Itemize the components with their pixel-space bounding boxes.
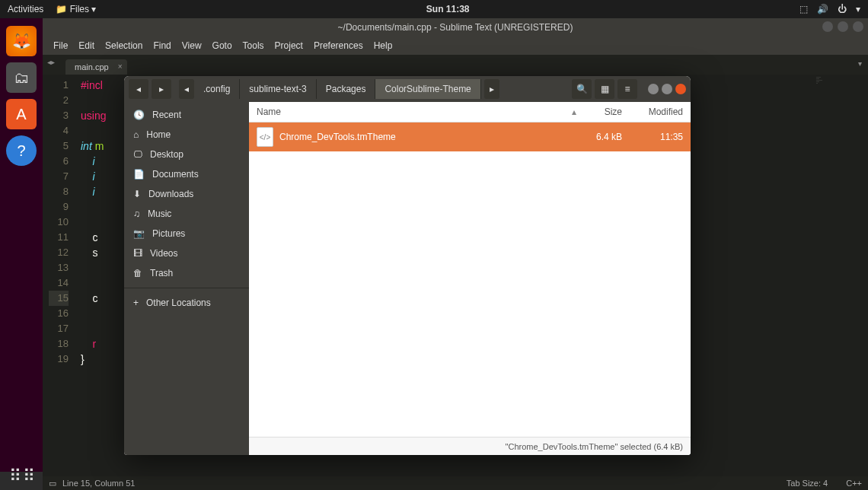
- minimize-icon[interactable]: [822, 21, 833, 32]
- view-menu-icon[interactable]: ≡: [617, 79, 637, 99]
- maximize-icon[interactable]: [838, 21, 848, 32]
- place-videos[interactable]: 🎞Videos: [124, 243, 249, 263]
- menu-find[interactable]: Find: [148, 39, 175, 52]
- dock: 🦊 🗂 A ? ◆: [0, 18, 43, 472]
- file-row[interactable]: </> Chrome_DevTools.tmTheme 6.4 kB 11:35: [249, 123, 691, 151]
- dialog-status-bar: "Chrome_DevTools.tmTheme" selected (6.4 …: [249, 437, 691, 455]
- tab-menu-icon[interactable]: ▾: [858, 59, 862, 68]
- pictures-icon: 📷: [133, 228, 145, 239]
- status-position: Line 15, Column 51: [62, 479, 135, 488]
- minimap[interactable]: ▬▬▬▬▬▬▬▬▬▬▬▬: [815, 75, 868, 151]
- menu-selection[interactable]: Selection: [101, 39, 147, 52]
- window-title[interactable]: ~/Documents/main.cpp - Sublime Text (UNR…: [43, 18, 868, 37]
- gnome-top-bar: Activities 📁 Files ▾ Sun 11:38 ⬚ 🔊 ⏻ ▾: [0, 0, 868, 18]
- file-open-dialog: ◂ ▸ ◂ .config sublime-text-3 Packages Co…: [124, 76, 691, 455]
- menu-help[interactable]: Help: [369, 39, 397, 52]
- view-grid-icon[interactable]: ▦: [595, 79, 614, 99]
- path-root-icon[interactable]: ◂: [179, 79, 194, 99]
- menu-project[interactable]: Project: [270, 39, 308, 52]
- menu-edit[interactable]: Edit: [74, 39, 99, 52]
- videos-icon: 🎞: [133, 248, 142, 259]
- forward-button[interactable]: ▸: [152, 79, 171, 99]
- file-name: Chrome_DevTools.tmTheme: [279, 132, 396, 142]
- chevron-down-icon[interactable]: ▾: [856, 4, 860, 14]
- help-launcher[interactable]: ?: [6, 135, 37, 166]
- file-icon: </>: [257, 127, 273, 147]
- volume-icon[interactable]: 🔊: [817, 4, 828, 14]
- status-tab-size[interactable]: Tab Size: 4: [787, 479, 828, 488]
- place-pictures[interactable]: 📷Pictures: [124, 224, 249, 243]
- files-launcher[interactable]: 🗂: [6, 62, 37, 93]
- tab-main-cpp[interactable]: main.cpp ×: [65, 59, 127, 75]
- dialog-close-icon[interactable]: [675, 84, 686, 94]
- place-downloads[interactable]: ⬇Downloads: [124, 184, 249, 204]
- menu-view[interactable]: View: [177, 39, 206, 52]
- status-syntax[interactable]: C++: [846, 479, 862, 488]
- crumb-packages[interactable]: Packages: [317, 79, 376, 99]
- breadcrumb: ◂ .config sublime-text-3 Packages ColorS…: [179, 79, 569, 99]
- crumb-sublime[interactable]: sublime-text-3: [240, 79, 316, 99]
- path-overflow-icon[interactable]: ▸: [484, 79, 499, 99]
- trash-icon: 🗑: [133, 268, 142, 278]
- clock[interactable]: Sun 11:38: [96, 4, 799, 14]
- music-icon: ♫: [133, 208, 140, 219]
- clock-icon: 🕓: [133, 110, 145, 120]
- panel-switcher-icon[interactable]: ▭: [49, 479, 56, 488]
- dialog-maximize-icon[interactable]: [662, 84, 672, 94]
- crumb-config[interactable]: .config: [194, 79, 240, 99]
- place-desktop[interactable]: 🖵Desktop: [124, 145, 249, 164]
- places-sidebar: 🕓Recent ⌂Home 🖵Desktop 📄Documents ⬇Downl…: [124, 102, 249, 455]
- desktop-icon: 🖵: [133, 149, 142, 160]
- gutter: 1 2 3 4 5 6 7 8 9 10 11 12 13 14 15 16 1…: [43, 75, 75, 476]
- tab-close-icon[interactable]: ×: [118, 62, 123, 71]
- place-home[interactable]: ⌂Home: [124, 125, 249, 145]
- show-applications-icon[interactable]: ⠿⠿: [9, 473, 37, 479]
- menu-file[interactable]: File: [49, 39, 72, 52]
- tab-nav-icon[interactable]: ◂▸: [47, 58, 55, 66]
- activities-button[interactable]: Activities: [8, 4, 43, 14]
- place-trash[interactable]: 🗑Trash: [124, 263, 249, 283]
- tab-bar: ◂▸ main.cpp × ▾: [43, 55, 868, 75]
- file-size: 6.4 kB: [576, 132, 622, 142]
- code-area[interactable]: #incl using int m i i i c s c r }: [75, 75, 112, 476]
- app-menu[interactable]: 📁 Files ▾: [56, 4, 96, 14]
- back-button[interactable]: ◂: [129, 79, 148, 99]
- close-icon[interactable]: [853, 21, 863, 32]
- network-icon[interactable]: ⬚: [799, 4, 808, 14]
- menu-bar: File Edit Selection Find View Goto Tools…: [43, 37, 868, 55]
- column-headers[interactable]: Name ▴ Size Modified: [249, 102, 691, 123]
- dialog-minimize-icon[interactable]: [648, 84, 659, 94]
- menu-preferences[interactable]: Preferences: [309, 39, 368, 52]
- power-icon[interactable]: ⏻: [838, 4, 847, 14]
- col-modified[interactable]: Modified: [637, 107, 683, 117]
- documents-icon: 📄: [133, 169, 145, 180]
- file-list: Name ▴ Size Modified </> Chrome_DevTools…: [249, 102, 691, 455]
- place-music[interactable]: ♫Music: [124, 204, 249, 224]
- col-name[interactable]: Name ▴: [257, 107, 576, 117]
- status-bar: ▭ Line 15, Column 51 Tab Size: 4 C++: [43, 476, 868, 490]
- home-icon: ⌂: [133, 129, 139, 140]
- place-other[interactable]: +Other Locations: [124, 293, 249, 313]
- file-modified: 11:35: [637, 132, 683, 142]
- dialog-header: ◂ ▸ ◂ .config sublime-text-3 Packages Co…: [124, 76, 691, 102]
- place-documents[interactable]: 📄Documents: [124, 164, 249, 184]
- crumb-colorsublime[interactable]: ColorSublime-Theme: [375, 79, 480, 99]
- place-recent[interactable]: 🕓Recent: [124, 105, 249, 125]
- menu-tools[interactable]: Tools: [238, 39, 269, 52]
- firefox-launcher[interactable]: 🦊: [6, 26, 37, 56]
- downloads-icon: ⬇: [133, 189, 141, 199]
- software-launcher[interactable]: A: [6, 99, 37, 129]
- plus-icon: +: [133, 298, 139, 308]
- menu-goto[interactable]: Goto: [208, 39, 237, 52]
- search-icon[interactable]: 🔍: [572, 79, 592, 99]
- col-size[interactable]: Size: [576, 107, 622, 117]
